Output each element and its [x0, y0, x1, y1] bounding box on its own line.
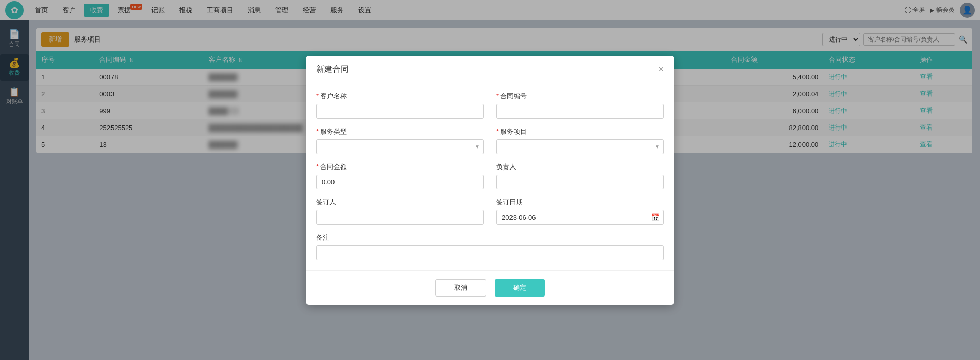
required-mark: * [496, 92, 499, 100]
required-mark: * [496, 128, 499, 135]
modal-footer: 取消 确定 [306, 270, 674, 305]
modal-body: * 客户名称 * 合同编号 * 服务 [306, 81, 674, 270]
required-mark: * [316, 92, 319, 100]
sign-date-wrapper: 📅 [496, 210, 664, 225]
modal-title: 新建合同 [316, 64, 349, 75]
signer-label: 签订人 [316, 198, 484, 207]
service-type-select[interactable] [316, 139, 484, 154]
service-item-field: * 服务项目 [496, 127, 664, 154]
service-type-field: * 服务类型 [316, 127, 484, 154]
responsible-label: 负责人 [496, 162, 664, 172]
responsible-field: 负责人 [496, 162, 664, 189]
amount-input[interactable]: 0.00 [316, 175, 484, 189]
sign-date-field: 签订日期 📅 [496, 198, 664, 225]
cancel-button[interactable]: 取消 [435, 279, 486, 297]
customer-name-field: * 客户名称 [316, 92, 484, 119]
confirm-button[interactable]: 确定 [495, 279, 545, 297]
signer-input[interactable] [316, 210, 484, 225]
sign-date-input[interactable] [496, 210, 664, 225]
note-input[interactable] [316, 245, 664, 260]
sign-date-label: 签订日期 [496, 198, 664, 207]
amount-label: * 合同金额 [316, 162, 484, 172]
modal-close-button[interactable]: × [658, 65, 664, 74]
service-type-label: * 服务类型 [316, 127, 484, 136]
service-item-label: * 服务项目 [496, 127, 664, 136]
service-type-select-wrapper [316, 139, 484, 154]
service-item-select-wrapper [496, 139, 664, 154]
contract-no-input[interactable] [496, 104, 664, 119]
customer-name-input[interactable] [316, 104, 484, 119]
note-label: 备注 [316, 233, 664, 242]
new-contract-modal: 新建合同 × * 客户名称 * 合同编号 [306, 56, 674, 305]
contract-no-label: * 合同编号 [496, 92, 664, 101]
modal-overlay: 新建合同 × * 客户名称 * 合同编号 [0, 0, 980, 360]
responsible-input[interactable] [496, 175, 664, 189]
signer-field: 签订人 [316, 198, 484, 225]
modal-header: 新建合同 × [306, 56, 674, 81]
required-mark: * [316, 163, 319, 171]
required-mark: * [316, 128, 319, 135]
note-field: 备注 [316, 233, 664, 260]
contract-no-field: * 合同编号 [496, 92, 664, 119]
form-grid: * 客户名称 * 合同编号 * 服务 [316, 92, 664, 260]
amount-field: * 合同金额 0.00 [316, 162, 484, 189]
service-item-select[interactable] [496, 139, 664, 154]
customer-name-label: * 客户名称 [316, 92, 484, 101]
